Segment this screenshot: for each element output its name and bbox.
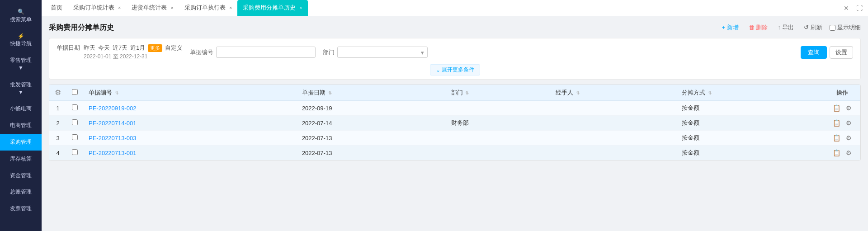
- show-cols-label: 显示明细: [837, 24, 861, 32]
- close-tab-3-icon[interactable]: ×: [229, 5, 232, 10]
- close-tab-4-icon[interactable]: ×: [299, 5, 302, 10]
- tab-bar-right: ✕ ⛶: [842, 3, 864, 14]
- th-method[interactable]: 分摊方式 ⇅: [676, 85, 824, 101]
- close-window-icon[interactable]: ✕: [842, 3, 851, 14]
- chevron-down-icon: ⌄: [436, 67, 440, 73]
- edit-icon-1[interactable]: ⚙: [844, 104, 854, 113]
- dept-label: 部门: [323, 48, 335, 57]
- sidebar-item-invoice[interactable]: 发票管理: [0, 200, 42, 217]
- sidebar-item-quicknav[interactable]: ⚡ 快捷导航: [0, 28, 42, 52]
- select-all-checkbox[interactable]: [72, 89, 78, 95]
- page-header: 采购费用分摊单历史 + 新增 🗑 删除 ↑ 导出 ↺ 刷新 显示明细: [49, 22, 861, 33]
- chevron-down-icon: ▼: [18, 65, 24, 71]
- tab-home[interactable]: 首页: [45, 0, 68, 16]
- date-1month[interactable]: 近1月: [130, 44, 145, 52]
- date-more[interactable]: 更多: [148, 44, 162, 52]
- row-check-3[interactable]: [72, 134, 78, 140]
- show-cols-check[interactable]: [830, 25, 835, 31]
- tab-purchase-order-stats[interactable]: 采购订单统计表 ×: [68, 0, 126, 16]
- edit-icon-3[interactable]: ⚙: [844, 133, 854, 142]
- tab-purchase-exec[interactable]: 采购订单执行表 ×: [179, 0, 237, 16]
- view-icon-3[interactable]: 📋: [831, 133, 842, 142]
- row-handler-4: [550, 146, 676, 160]
- tab-inbound-stats[interactable]: 进货单统计表 ×: [126, 0, 179, 16]
- sort-doc-no-icon[interactable]: ⇅: [115, 90, 118, 95]
- sidebar-item-ecom-small[interactable]: 小畅电商: [0, 100, 42, 117]
- tab-purchase-cost-history[interactable]: 采购费用分摊单历史 ×: [237, 0, 307, 16]
- page-title: 采购费用分摊单历史: [49, 23, 114, 33]
- date-7days[interactable]: 近7天: [113, 44, 127, 52]
- view-icon-1[interactable]: 📋: [831, 104, 842, 113]
- maximize-icon[interactable]: ⛶: [854, 3, 864, 14]
- date-yesterday[interactable]: 昨天: [84, 44, 95, 52]
- th-dept[interactable]: 部门 ⇅: [446, 85, 551, 101]
- date-today[interactable]: 今天: [98, 44, 110, 52]
- gear-icon[interactable]: ⚙: [55, 89, 61, 96]
- edit-icon-4[interactable]: ⚙: [844, 148, 854, 157]
- th-ops: 操作: [824, 85, 860, 101]
- sidebar-item-ecom[interactable]: 电商管理: [0, 117, 42, 134]
- sort-dept-icon[interactable]: ⇅: [465, 90, 469, 95]
- dept-select[interactable]: 财务部: [337, 47, 428, 58]
- close-tab-1-icon[interactable]: ×: [118, 5, 121, 10]
- th-gear[interactable]: ⚙: [49, 85, 66, 101]
- doc-num-input[interactable]: [216, 47, 316, 58]
- edit-icon-2[interactable]: ⚙: [844, 118, 854, 127]
- row-dept-1: [446, 101, 551, 116]
- content-area: 采购费用分摊单历史 + 新增 🗑 删除 ↑ 导出 ↺ 刷新 显示明细 单据日期: [42, 16, 868, 231]
- row-checkbox-2: [66, 116, 83, 131]
- row-num-4: 4: [49, 146, 66, 160]
- row-dept-4: [446, 146, 551, 160]
- sidebar-item-search[interactable]: 🔍 搜索菜单: [0, 4, 42, 28]
- th-date[interactable]: 单据日期 ⇅: [297, 85, 446, 101]
- doc-link-1[interactable]: PE-20220919-002: [89, 105, 137, 112]
- row-docno-1: PE-20220919-002: [83, 101, 297, 116]
- doc-link-2[interactable]: PE-20220714-001: [89, 120, 137, 127]
- th-handler[interactable]: 经手人 ⇅: [550, 85, 676, 101]
- table-row: 1 PE-20220919-002 2022-09-19 按金额 📋 ⚙: [49, 101, 860, 116]
- row-check-1[interactable]: [72, 104, 78, 110]
- sidebar-item-wholesale[interactable]: 批发管理 ▼: [0, 76, 42, 101]
- sidebar-item-inventory[interactable]: 库存核算: [0, 151, 42, 167]
- row-method-2: 按金额: [676, 116, 824, 131]
- row-handler-1: [550, 101, 676, 116]
- row-date-1: 2022-09-19: [297, 101, 446, 116]
- sidebar-item-general-ledger[interactable]: 总账管理: [0, 184, 42, 200]
- row-dept-2: 财务部: [446, 116, 551, 131]
- search-menu-icon: 🔍: [3, 8, 39, 16]
- sort-handler-icon[interactable]: ⇅: [576, 90, 580, 95]
- view-icon-4[interactable]: 📋: [831, 148, 842, 157]
- row-date-4: 2022-07-13: [297, 146, 446, 160]
- close-tab-2-icon[interactable]: ×: [170, 5, 173, 10]
- expand-more-button[interactable]: ⌄ 展开更多条件: [430, 64, 480, 75]
- add-button[interactable]: + 新增: [719, 22, 741, 33]
- sort-method-icon[interactable]: ⇅: [708, 90, 712, 95]
- row-docno-3: PE-20220713-003: [83, 131, 297, 146]
- delete-button[interactable]: 🗑 删除: [746, 22, 771, 33]
- th-handler-label: 经手人: [556, 89, 573, 96]
- sidebar: 🔍 搜索菜单 ⚡ 快捷导航 零售管理 ▼ 批发管理 ▼ 小畅电商 电商管理 采购…: [0, 0, 42, 231]
- query-button[interactable]: 查询: [801, 46, 827, 59]
- row-checkbox-3: [66, 131, 83, 146]
- date-options: 昨天 今天 近7天 近1月 更多 自定义 2022-01-01 至 2022-1…: [84, 44, 183, 61]
- row-handler-3: [550, 131, 676, 146]
- sort-date-icon[interactable]: ⇅: [328, 90, 332, 95]
- th-method-label: 分摊方式: [682, 89, 705, 96]
- expand-more-row: ⌄ 展开更多条件: [57, 64, 853, 75]
- sidebar-item-finance[interactable]: 资金管理: [0, 167, 42, 184]
- data-table: ⚙ 单据编号 ⇅ 单据日期 ⇅: [49, 85, 860, 160]
- doc-link-3[interactable]: PE-20220713-003: [89, 135, 137, 141]
- doc-link-4[interactable]: PE-20220713-001: [89, 150, 137, 156]
- view-icon-2[interactable]: 📋: [831, 118, 842, 127]
- refresh-button[interactable]: ↺ 刷新: [801, 22, 825, 33]
- sidebar-item-purchase[interactable]: 采购管理: [0, 134, 42, 151]
- th-doc-no[interactable]: 单据编号 ⇅: [83, 85, 297, 101]
- row-check-2[interactable]: [72, 119, 78, 125]
- row-check-4[interactable]: [72, 149, 78, 155]
- export-button[interactable]: ↑ 导出: [775, 22, 797, 33]
- sidebar-item-retail[interactable]: 零售管理 ▼: [0, 52, 42, 76]
- show-cols-checkbox[interactable]: 显示明细: [830, 24, 861, 32]
- settings-button[interactable]: 设置: [830, 46, 853, 59]
- date-custom[interactable]: 自定义: [165, 44, 183, 52]
- table-row: 2 PE-20220714-001 2022-07-14 财务部 按金额 📋 ⚙: [49, 116, 860, 131]
